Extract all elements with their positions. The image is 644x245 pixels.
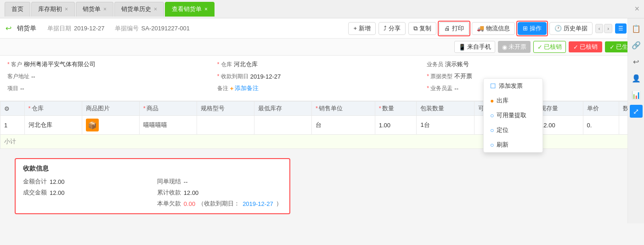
dropdown-locate[interactable]: ○ 定位 bbox=[484, 123, 542, 137]
window-close-button[interactable]: × bbox=[634, 4, 639, 14]
payment-total: 金额合计 12.00 bbox=[23, 177, 148, 186]
subtotal-row: 小计 bbox=[0, 135, 644, 149]
table-header-row: ⚙ *仓库 商品图片 *商品 规格型号 最低库存 *销售单位 *数量 包装数量 … bbox=[0, 102, 644, 116]
row-qty: 1.00 bbox=[375, 116, 417, 135]
doc-icon: ↩ bbox=[6, 24, 11, 33]
history-button[interactable]: 🕐 历史单据 bbox=[549, 22, 593, 35]
row-warehouse: 河北仓库 bbox=[24, 116, 82, 135]
row-pkg-qty: 1台 bbox=[417, 116, 474, 135]
payment-title: 收款信息 bbox=[23, 165, 282, 173]
meta-no-label: 单据编号 bbox=[115, 24, 139, 33]
sidebar-icon-return[interactable]: ↩ bbox=[630, 55, 643, 68]
dropdown-menu: ☐ 添加发票 ● 出库 ○ 可用量提取 ○ 定位 ○ 刷新 bbox=[483, 78, 543, 153]
row-seq: 1 bbox=[0, 116, 25, 135]
next-button[interactable]: › bbox=[604, 24, 612, 33]
tab-inventory-init-close[interactable]: × bbox=[65, 6, 68, 12]
phone-icon: 📱 bbox=[458, 44, 466, 51]
from-phone-button[interactable]: 📱 来自手机 bbox=[454, 41, 495, 53]
col-settings: ⚙ bbox=[0, 102, 25, 116]
col-warehouse: *仓库 bbox=[24, 102, 82, 116]
share-icon: ⤴ bbox=[384, 25, 387, 32]
new-button[interactable]: + 新增 bbox=[348, 22, 375, 35]
print-icon: 🖨 bbox=[444, 25, 450, 32]
tab-sales-history[interactable]: 销货单历史 × bbox=[114, 2, 164, 17]
grid-icon: ⊞ bbox=[523, 25, 528, 32]
add-invoice-label: 添加发票 bbox=[499, 82, 523, 90]
row-price: 0. bbox=[583, 116, 619, 135]
product-thumbnail: 📦 bbox=[86, 119, 99, 131]
owe-label: 本单欠款 bbox=[157, 199, 181, 208]
tab-sales-history-close[interactable]: × bbox=[154, 6, 157, 12]
tab-view-sales-close[interactable]: × bbox=[204, 6, 208, 12]
tab-home-label: 首页 bbox=[11, 5, 23, 13]
payment-section: 收款信息 金额合计 12.00 同单现结 -- 成交金额 12.00 bbox=[15, 158, 290, 214]
refresh-icon: ○ bbox=[490, 141, 494, 148]
payment-cumulative: 累计收款 12.00 bbox=[157, 188, 282, 197]
list-view-button[interactable]: ☰ bbox=[615, 23, 627, 34]
locate-icon: ○ bbox=[490, 126, 494, 134]
project-field: 项目 -- bbox=[7, 85, 217, 92]
dropdown-refresh[interactable]: ○ 刷新 bbox=[484, 137, 542, 152]
outbound-icon: ● bbox=[490, 97, 494, 104]
dropdown-outbound[interactable]: ● 出库 bbox=[484, 93, 542, 108]
sidebar-icon-chart[interactable]: 📊 bbox=[630, 88, 643, 101]
outbound-label: 出库 bbox=[497, 97, 508, 105]
owe-paren-open: （收款到期日： bbox=[198, 199, 240, 208]
due-date-field: 收款到期日 2019-12-27 bbox=[217, 73, 427, 80]
warehouse-value: 河北仓库 bbox=[234, 60, 258, 68]
nav-arrows: ‹ › bbox=[595, 24, 612, 33]
not-open-button[interactable]: ◉ 未开票 bbox=[498, 41, 531, 53]
history-icon: 🕐 bbox=[554, 25, 562, 32]
payment-same-order: 同单现结 -- bbox=[157, 177, 282, 186]
cancelled-label: 已核销 bbox=[580, 43, 598, 51]
tab-sales-order-close[interactable]: × bbox=[103, 6, 107, 12]
check-button[interactable]: ✓ 已核销 bbox=[533, 41, 566, 53]
customer-field: 客户 柳州粤港平安气体有限公司 bbox=[7, 60, 217, 68]
row-stock-qty: 12.00 bbox=[537, 116, 583, 135]
operator-label: 业务员 bbox=[427, 61, 443, 68]
copy-button-label: 复制 bbox=[419, 24, 431, 33]
avail-qty-label: 可用量提取 bbox=[497, 111, 526, 120]
settings-icon[interactable]: ⚙ bbox=[4, 105, 10, 112]
meta-date-value: 2019-12-27 bbox=[74, 25, 105, 32]
add-note-button[interactable]: + 添加备注 bbox=[230, 84, 259, 92]
customer-value: 柳州粤港平安气体有限公司 bbox=[24, 60, 96, 68]
share-button[interactable]: ⤴ 分享 bbox=[378, 22, 406, 35]
col-qty: *数量 bbox=[375, 102, 417, 116]
operator-value: 演示账号 bbox=[445, 60, 469, 68]
project-label: 项目 bbox=[7, 85, 18, 92]
col-price: 单价 bbox=[583, 102, 619, 116]
sidebar-icon-user[interactable]: 👤 bbox=[630, 72, 643, 85]
form-row-1: 客户 柳州粤港平安气体有限公司 仓库 河北仓库 业务员 演示账号 bbox=[7, 60, 637, 68]
logistics-button[interactable]: 🚚 物流信息 bbox=[472, 22, 515, 35]
dropdown-add-invoice[interactable]: ☐ 添加发票 bbox=[484, 79, 542, 93]
sidebar-icon-doc[interactable]: 📋 bbox=[630, 22, 643, 35]
addr-field: 客户地址 -- bbox=[7, 73, 217, 80]
owe-value: 0.00 bbox=[184, 200, 195, 207]
tab-inventory-init[interactable]: 库存期初 × bbox=[31, 2, 75, 17]
col-stock-qty: 现存量 bbox=[537, 102, 583, 116]
truck-icon: 🚚 bbox=[477, 25, 484, 32]
print-button[interactable]: 🖨 打印 bbox=[439, 22, 469, 35]
row-unit: 台 bbox=[311, 116, 375, 135]
note-field: 备注 + 添加备注 bbox=[217, 84, 427, 92]
plus-icon: + bbox=[230, 85, 234, 92]
toolbar-right: + 新增 ⤴ 分享 ⧉ 复制 🖨 打印 bbox=[348, 22, 638, 35]
cancelled-icon: ✓ bbox=[573, 44, 578, 51]
copy-button[interactable]: ⧉ 复制 bbox=[408, 22, 436, 35]
tab-home[interactable]: 首页 bbox=[5, 2, 30, 17]
dropdown-avail-qty[interactable]: ○ 可用量提取 bbox=[484, 108, 542, 123]
col-unit: *销售单位 bbox=[311, 102, 375, 116]
operator-field: 业务员 演示账号 bbox=[427, 60, 637, 68]
products-table: ⚙ *仓库 商品图片 *商品 规格型号 最低库存 *销售单位 *数量 包装数量 … bbox=[0, 101, 644, 149]
tab-sales-order[interactable]: 销货单 × bbox=[76, 2, 113, 17]
prev-button[interactable]: ‹ bbox=[595, 24, 604, 33]
operation-button[interactable]: ⊞ 操作 bbox=[518, 22, 547, 35]
sidebar-icon-link[interactable]: 🔗 bbox=[630, 39, 643, 51]
action-row: 📱 来自手机 ◉ 未开票 ✓ 已核销 ✓ 已核销 ✓ 已生效 bbox=[0, 39, 644, 56]
sidebar-icon-expand[interactable]: ⤢ bbox=[630, 105, 643, 118]
row-min-stock bbox=[254, 116, 311, 135]
tab-view-sales[interactable]: 查看销货单 × bbox=[165, 2, 215, 17]
main-content: ↩ 销货单 单据日期 2019-12-27 单据编号 SA-20191227-0… bbox=[0, 18, 644, 223]
row-product-img: 📦 bbox=[82, 116, 139, 135]
